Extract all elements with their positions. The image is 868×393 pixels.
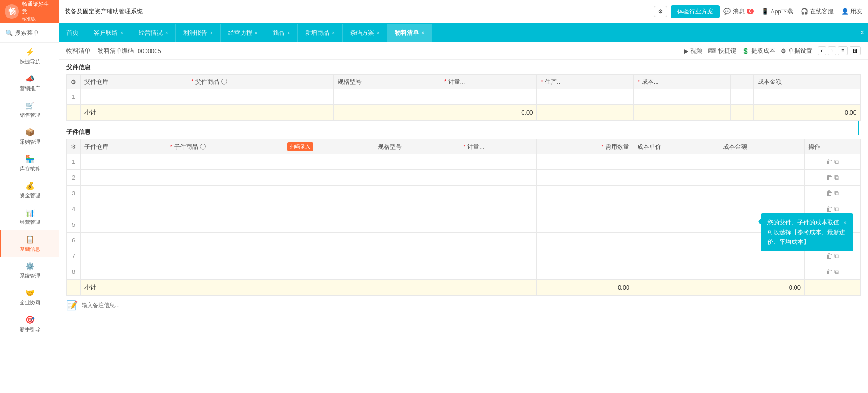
copy-icon-8[interactable]: ⧉ xyxy=(834,268,839,276)
cost-button[interactable]: 💲 提取成本 xyxy=(742,47,775,55)
tab-bom-close[interactable]: × xyxy=(422,30,424,36)
scan-button[interactable]: 扫码录入 xyxy=(287,142,313,151)
basic-info-label: 基础信息 xyxy=(20,246,40,253)
experience-button[interactable]: 体验行业方案 xyxy=(671,5,720,18)
child-qty-3[interactable] xyxy=(537,186,633,201)
message-button[interactable]: 💬 消息 6 xyxy=(723,7,754,16)
shortcut-button[interactable]: ⌨ 快捷键 xyxy=(708,47,736,55)
delete-icon-7[interactable]: 🗑 xyxy=(826,252,832,260)
view-button[interactable]: ▶ 视频 xyxy=(684,47,702,55)
child-unit-cost-1[interactable] xyxy=(633,154,719,170)
child-col-scan[interactable]: 扫码录入 xyxy=(283,139,374,154)
sidebar-item-purchase[interactable]: 📦 采购管理 xyxy=(0,123,59,150)
app-download-button[interactable]: 📱 App下载 xyxy=(761,7,793,16)
child-spec-3[interactable] xyxy=(374,186,459,201)
delete-icon-2[interactable]: 🗑 xyxy=(826,174,832,181)
child-unit-cost-3[interactable] xyxy=(633,186,719,201)
tab-profit[interactable]: 利润报告 × xyxy=(176,24,221,42)
sidebar-item-operations[interactable]: 📊 经营管理 xyxy=(0,204,59,230)
sidebar-item-quick-nav[interactable]: ⚡ 快捷导航 xyxy=(0,43,59,70)
sidebar-item-sales[interactable]: 🛒 销售管理 xyxy=(0,97,59,123)
sidebar-item-basic-info[interactable]: 📋 基础信息 xyxy=(0,230,59,257)
system-title: 装备及固定资产辅助管理系统 xyxy=(65,7,650,16)
child-unit-cost-2[interactable] xyxy=(633,170,719,186)
parent-production-cell[interactable] xyxy=(537,89,634,105)
copy-icon-2[interactable]: ⧉ xyxy=(834,174,839,181)
tab-products-close[interactable]: × xyxy=(287,30,290,36)
tab-customers[interactable]: 客户联络 × xyxy=(86,24,131,42)
parent-unit-cell[interactable] xyxy=(440,89,537,105)
logo: 畅 畅通诸好生意 标准版 xyxy=(0,0,59,23)
search-menu-button[interactable]: 🔍 搜索菜单 xyxy=(4,27,55,39)
child-product-2[interactable] xyxy=(166,170,283,186)
tab-new-products-close[interactable]: × xyxy=(332,30,335,36)
sidebar-item-marketing[interactable]: 📣 营销推广 xyxy=(0,70,59,97)
child-col-settings[interactable]: ⚙ xyxy=(67,139,81,154)
tab-products[interactable]: 商品 × xyxy=(265,24,298,42)
child-qty-2[interactable] xyxy=(537,170,633,186)
parent-cost-cell[interactable] xyxy=(634,89,731,105)
child-product-1[interactable] xyxy=(166,154,283,170)
copy-icon-1[interactable]: ⧉ xyxy=(834,158,839,166)
tab-barcode[interactable]: 条码方案 × xyxy=(343,24,387,42)
tab-home[interactable]: 首页 xyxy=(59,24,86,42)
tab-operations-status-close[interactable]: × xyxy=(165,30,168,36)
search-area[interactable]: 🔍 搜索菜单 xyxy=(0,23,59,43)
tab-ops-history[interactable]: 经营历程 × xyxy=(221,24,265,42)
tab-bom[interactable]: 物料清单 × xyxy=(387,24,432,42)
delete-icon-4[interactable]: 🗑 xyxy=(826,205,832,213)
sidebar-item-enterprise[interactable]: 🤝 企业协同 xyxy=(0,284,59,311)
inventory-label: 库存核算 xyxy=(20,165,40,172)
breadcrumb-item1[interactable]: 物料清单 xyxy=(66,47,90,55)
cost-icon: 💲 xyxy=(742,48,749,54)
parent-spec-cell[interactable] xyxy=(333,89,440,105)
parent-col-settings[interactable]: ⚙ xyxy=(67,75,81,89)
child-unit-2[interactable] xyxy=(459,170,537,186)
delete-icon-1[interactable]: 🗑 xyxy=(826,158,832,166)
enterprise-icon: 🤝 xyxy=(25,289,35,297)
parent-product-cell[interactable] xyxy=(187,89,333,105)
child-spec-2[interactable] xyxy=(374,170,459,186)
sidebar-item-guide[interactable]: 🎯 新手引导 xyxy=(0,311,59,338)
sidebar-item-inventory[interactable]: 🏪 库存核算 xyxy=(0,150,59,177)
grid-view-button[interactable]: ⊞ xyxy=(850,46,861,55)
child-spec-1[interactable] xyxy=(374,154,459,170)
sidebar-item-finance[interactable]: 💰 资金管理 xyxy=(0,177,59,204)
delete-icon-8[interactable]: 🗑 xyxy=(826,268,832,276)
child-qty-1[interactable] xyxy=(537,154,633,170)
copy-icon-4[interactable]: ⧉ xyxy=(834,205,839,213)
child-row-8: 8 🗑⧉ xyxy=(67,264,861,280)
child-cost-3 xyxy=(719,186,804,201)
parent-warehouse-cell[interactable] xyxy=(81,89,187,105)
child-unit-3[interactable] xyxy=(459,186,537,201)
settings-button[interactable]: ⚙ xyxy=(654,6,667,17)
window-close-button[interactable]: × xyxy=(856,27,868,39)
system-label: 系统管理 xyxy=(20,272,40,279)
copy-icon-3[interactable]: ⧉ xyxy=(834,189,839,197)
tab-profit-close[interactable]: × xyxy=(210,30,213,36)
remark-input[interactable] xyxy=(82,302,861,308)
list-view-button[interactable]: ≡ xyxy=(838,46,848,55)
prev-button[interactable]: ‹ xyxy=(818,46,826,55)
settings-doc-button[interactable]: ⚙ 单据设置 xyxy=(781,47,812,55)
child-unit-1[interactable] xyxy=(459,154,537,170)
child-warehouse-3[interactable] xyxy=(81,186,166,201)
tab-customers-close[interactable]: × xyxy=(121,30,123,36)
parent-section: 父件信息 ⚙ 父件仓库 * 父件商品 ⓘ 规格型号 * 计量... * 生产..… xyxy=(59,60,868,121)
child-warehouse-2[interactable] xyxy=(81,170,166,186)
child-product-3[interactable] xyxy=(166,186,283,201)
child-warehouse-1[interactable] xyxy=(81,154,166,170)
tab-operations-status[interactable]: 经营情况 × xyxy=(131,24,176,42)
copy-icon-7[interactable]: ⧉ xyxy=(834,252,839,260)
tooltip-close-button[interactable]: × xyxy=(843,218,847,228)
sales-label: 销售管理 xyxy=(20,112,40,119)
tab-ops-history-close[interactable]: × xyxy=(255,30,258,36)
sidebar-item-system[interactable]: ⚙️ 系统管理 xyxy=(0,257,59,284)
delete-icon-3[interactable]: 🗑 xyxy=(826,189,832,197)
service-button[interactable]: 🎧 在线客服 xyxy=(801,7,834,16)
tab-barcode-close[interactable]: × xyxy=(377,30,380,36)
user-button[interactable]: 👤 用友 xyxy=(841,7,862,16)
tab-new-products[interactable]: 新增商品 × xyxy=(298,24,343,42)
message-icon: 💬 xyxy=(723,8,731,15)
next-button[interactable]: › xyxy=(828,46,836,55)
